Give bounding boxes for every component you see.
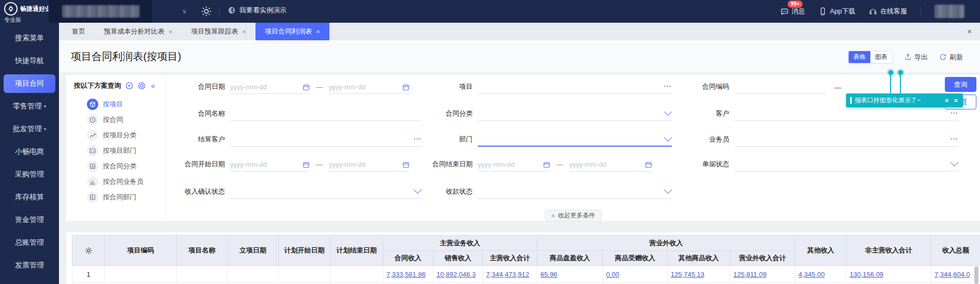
calendar-icon[interactable] xyxy=(303,161,310,168)
user-avatar-redacted[interactable] xyxy=(934,5,964,18)
export-button[interactable]: 导出 xyxy=(904,53,928,62)
sidebar-item-search-menu[interactable]: 搜索菜单 xyxy=(4,29,55,48)
demo-link[interactable]: 我要看实例演示 xyxy=(228,6,287,15)
tab-budget-cost-compare[interactable]: 预算成本分析对比表× xyxy=(95,23,182,40)
col-header-sales-income[interactable]: 销售收入 xyxy=(433,251,483,266)
sidebar-item-retail[interactable]: 零售管理▾ xyxy=(4,97,55,116)
sidebar-item-quick-nav[interactable]: 快捷导航 xyxy=(4,52,55,70)
cell-value-link[interactable]: 4,345.00 xyxy=(798,271,825,278)
contract-code-input[interactable] xyxy=(734,82,826,93)
company-name-redacted[interactable] xyxy=(49,0,152,23)
sidebar-item-wholesale[interactable]: 批发管理▾ xyxy=(4,120,55,138)
collapse-panel-icon[interactable]: « xyxy=(151,82,155,90)
calendar-icon[interactable] xyxy=(543,161,550,168)
scheme-item-by-contract[interactable]: 按合同 xyxy=(87,114,143,125)
close-icon[interactable]: × xyxy=(169,28,173,36)
contract-category-select[interactable] xyxy=(478,108,664,120)
col-header-setup-date[interactable]: 立项日期 xyxy=(228,235,279,266)
income-confirm-status-select[interactable] xyxy=(230,186,414,198)
cell-value-link[interactable]: 130,156.09 xyxy=(850,271,883,278)
view-toggle-table[interactable]: 表格 xyxy=(849,51,870,63)
cell-value-link[interactable]: 65.96 xyxy=(540,271,557,278)
sidebar-item-ecommerce[interactable]: 小畅电商 xyxy=(4,143,55,161)
target-icon[interactable] xyxy=(138,82,146,90)
department-select[interactable] xyxy=(478,134,664,145)
column-settings-button[interactable] xyxy=(72,235,105,266)
close-icon[interactable]: × xyxy=(316,28,320,36)
sidebar-item-ledger[interactable]: 总账管理 xyxy=(4,233,55,252)
col-header-non-main-income-total[interactable]: 非主营收入合计 xyxy=(847,235,931,266)
col-header-contract-income[interactable]: 合同收入 xyxy=(383,251,433,266)
app-download-button[interactable]: App下载 xyxy=(819,7,855,16)
col-header-project-name[interactable]: 项目名称 xyxy=(177,235,228,266)
sidebar-item-inventory[interactable]: 库存核算 xyxy=(4,188,55,207)
contract-date-start-input[interactable] xyxy=(230,82,303,93)
tab-home[interactable]: 首页 xyxy=(63,23,95,40)
contract-date-end-input[interactable] xyxy=(329,82,402,93)
close-icon[interactable]: × xyxy=(243,28,247,36)
contract-start-date-end-input[interactable] xyxy=(329,159,402,170)
chevron-down-icon[interactable] xyxy=(664,186,672,194)
calendar-icon[interactable] xyxy=(303,84,310,91)
calendar-icon[interactable] xyxy=(402,84,410,91)
contract-name-input[interactable] xyxy=(230,108,421,120)
cell-value-link[interactable]: 125,745.13 xyxy=(671,271,704,278)
sidebar-item-purchase[interactable]: 采购管理 xyxy=(4,165,55,184)
tab-project-contract-profit[interactable]: 项目合同利润表× xyxy=(255,23,329,40)
col-header-other-income[interactable]: 其他收入 xyxy=(795,235,847,266)
chevron-down-icon[interactable] xyxy=(951,159,959,167)
calendar-icon[interactable] xyxy=(645,161,652,168)
customer-input[interactable] xyxy=(734,108,951,120)
cell-value-link[interactable]: 7,344,604.0 xyxy=(934,271,970,278)
collapse-more-filters-button[interactable]: « 收起更多条件 xyxy=(545,210,602,222)
company-switch-chevron-icon[interactable]: ∨ xyxy=(182,7,187,15)
refresh-button[interactable]: 刷新 xyxy=(939,53,963,62)
col-header-plan-start-date[interactable]: 计划开始日期 xyxy=(279,235,330,266)
col-header-income-total[interactable]: 收入总额 xyxy=(931,235,980,266)
col-header-project-code[interactable]: 项目编码 xyxy=(105,235,177,266)
scheme-item-by-project-category[interactable]: 按项目分类 xyxy=(87,130,143,141)
table-row[interactable]: 1 7,333,581.86 10,892,046.3 7,344,473,91… xyxy=(72,266,980,283)
col-header-goods-gift-income[interactable]: 商品受赠收入 xyxy=(603,251,668,266)
view-toggle-chart[interactable]: 图表 xyxy=(870,51,892,63)
sidebar-item-funds[interactable]: 资金管理 xyxy=(4,211,55,229)
cell-value-link[interactable]: 7,344,473,912 xyxy=(486,271,529,278)
add-scheme-icon[interactable] xyxy=(125,82,133,90)
settings-gear-icon[interactable] xyxy=(201,6,212,17)
scheme-item-by-project-dept[interactable]: 按项目部门 xyxy=(87,145,143,156)
scheme-item-by-contract-category[interactable]: 按合同分类 xyxy=(87,161,143,172)
project-input[interactable] xyxy=(478,82,664,93)
salesman-input[interactable] xyxy=(734,134,951,146)
cell-value-link[interactable]: 125,811.09 xyxy=(733,271,766,278)
cell-value-link[interactable]: 10,892,046.3 xyxy=(436,271,476,278)
cell-value-link[interactable]: 7,333,581.86 xyxy=(386,271,426,278)
col-header-main-income-total[interactable]: 主营收入合计 xyxy=(483,251,537,266)
col-header-other-goods-income[interactable]: 其他商品收入 xyxy=(668,251,730,266)
sidebar-item-project-contract[interactable]: 项目合同 xyxy=(4,74,55,93)
col-header-goods-overage-income[interactable]: 商品盘盈收入 xyxy=(537,251,603,266)
scheme-item-by-contract-dept[interactable]: 按合同部门 xyxy=(87,192,143,203)
scheme-item-by-contract-salesman[interactable]: 按合同业务员 xyxy=(87,176,143,187)
messages-button[interactable]: 消息 99+ xyxy=(780,7,805,16)
contract-start-date-start-input[interactable] xyxy=(230,159,303,170)
vertical-scrollbar[interactable] xyxy=(974,266,978,284)
sidebar-item-invoice[interactable]: 发票管理 xyxy=(4,256,55,275)
close-icon[interactable]: × xyxy=(944,97,950,104)
online-support-button[interactable]: 在线客服 xyxy=(869,7,907,16)
calendar-icon[interactable] xyxy=(402,161,410,168)
settlement-customer-input[interactable] xyxy=(230,134,414,146)
scheme-item-by-project[interactable]: 按项目 xyxy=(87,99,143,110)
doc-status-select[interactable] xyxy=(734,159,951,170)
receive-status-select[interactable] xyxy=(478,186,664,198)
tab-project-budget-track[interactable]: 项目预算跟踪表× xyxy=(182,23,256,40)
query-button[interactable]: 查询 xyxy=(945,77,976,92)
close-icon[interactable]: × xyxy=(953,97,959,104)
col-header-plan-end-date[interactable]: 计划结束日期 xyxy=(330,235,383,266)
contract-end-date-end-input[interactable] xyxy=(569,159,645,170)
ellipsis-picker-icon[interactable]: ··· xyxy=(951,135,958,145)
cell-value-link[interactable]: 0.00 xyxy=(606,271,619,278)
ellipsis-picker-icon[interactable]: ··· xyxy=(951,109,958,119)
contract-end-date-start-input[interactable] xyxy=(478,159,543,170)
col-header-non-operating-income-total[interactable]: 营业外收入合计 xyxy=(730,251,795,266)
tabbar-close-icon[interactable]: × xyxy=(967,27,972,36)
